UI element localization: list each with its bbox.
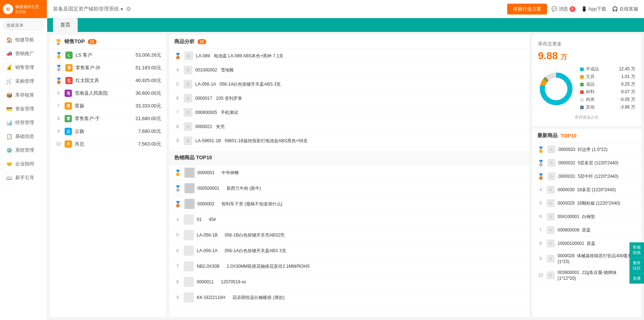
new-goods-row-5: 5 G 0000029 18颗粒板 (1220*2440): [532, 197, 641, 210]
message-badge: 6: [570, 6, 575, 12]
hot-row-3: 🥉 0000002 智利车子里 (规格不知道填什么): [169, 196, 529, 212]
customer-row-4: 6 苍 苍南县人民医院 36,600.00元: [50, 87, 166, 100]
tab-home[interactable]: 首页: [53, 18, 78, 32]
sidebar-item-system[interactable]: ⚙️ 系统管理: [0, 143, 47, 157]
customer-name-5: 星扬: [75, 103, 133, 109]
ng-info-1: 0000033 封边带 (1.0*22): [558, 147, 636, 153]
customer-panel: 🏆 销售TOP 22 🥇 L LS 客户 53,006.26元 🥈 零: [50, 35, 166, 317]
hot-img-8: [184, 277, 194, 287]
goods-panel: 商品分析 22 🥉 G LA-089 电池盖 LA-089 ABS本色+黑种 7…: [169, 35, 529, 317]
legend-item-1: 文具 1.01 万: [580, 74, 635, 80]
hot-name-3: 智利车子里 (规格不知道填什么): [221, 201, 282, 207]
customer-value-6: 21,680.00元: [135, 115, 161, 122]
message-action[interactable]: 💬 消息 6: [551, 6, 575, 12]
ng-img-9: G: [547, 255, 555, 263]
hot-img-1: [184, 168, 195, 178]
hot-medal-1: 🥇: [174, 169, 182, 176]
new-goods-row-6: 6 G 004100001 白钢垫: [532, 210, 641, 223]
inventory-title: 库存总资金: [538, 41, 635, 47]
customer-panel-header: 🏆 销售TOP 22: [50, 35, 166, 49]
hot-row-4: 4 01 45#: [169, 212, 529, 227]
goods-info-1: LA-089 电池盖 LA-089 ABS本色+黑种 7.1克: [196, 53, 524, 59]
ng-img-2: G: [547, 159, 555, 167]
system-dropdown[interactable]: 装备及固定资产辅助管理系统 ▾: [53, 6, 123, 12]
goods-row-7: 9 G LA-59651-1B 59651-1B旋转投影灯电池盒ABS黑色+58…: [169, 134, 529, 148]
search-input[interactable]: [3, 21, 44, 30]
goods-img-4: G: [184, 94, 192, 103]
message-icon: 💬: [551, 6, 557, 12]
app-download-action[interactable]: 📱 App下载: [581, 6, 606, 12]
new-goods-row-8: 8 G 10000100001 原盖: [532, 237, 641, 250]
medal-2-icon: 🥈: [55, 65, 62, 71]
customer-value-2: 51,183.00元: [135, 65, 161, 71]
float-service: 客服热线 服务社区 直播: [629, 242, 644, 284]
sales-icon: 💰: [6, 65, 12, 70]
hot-row-7: 7 NB2.0X30B 2.0X30MM双搓花轴搓花直径2.1MM/ROHS: [169, 259, 529, 274]
float-customer-hotline[interactable]: 客服热线: [629, 242, 644, 258]
sidebar-item-operation[interactable]: 📊 经营管理: [0, 116, 47, 130]
customer-badge-4: 苍: [65, 90, 72, 97]
search-area: [0, 18, 47, 33]
sidebar-item-marketing[interactable]: 📣 营销推广: [0, 47, 47, 61]
hot-goods-header: 热销商品 TOP10: [169, 151, 529, 165]
legend-item-3: 材料 0.07 万: [580, 89, 635, 95]
customer-row-3: 🥉 红 红太阳文具 40,925.00元: [50, 74, 166, 87]
hot-img-3: [184, 199, 195, 209]
goods-img-1: G: [184, 52, 193, 60]
customer-badge-5: 星: [65, 102, 72, 110]
inventory-icon: 📦: [6, 92, 12, 98]
float-service-community[interactable]: 服务社区: [629, 258, 644, 274]
customer-badge-7: 云: [65, 128, 72, 135]
float-live-btn[interactable]: 直播: [629, 274, 644, 284]
sidebar-item-basic-info[interactable]: 📋 基础信息: [0, 130, 47, 143]
finance-icon: 💳: [6, 106, 12, 112]
headset-icon: 🎧: [612, 6, 618, 12]
hot-code-1: 0000001: [197, 170, 215, 175]
inventory-subtitle: 库存资金占比: [538, 115, 635, 120]
legend-dot-0: [580, 67, 584, 71]
ng-info-10: 003800001 22g鱼豆腐-烧烤味 (1*12*20): [558, 270, 636, 281]
ng-info-2: 0000032 5层多层 (1220*2440): [558, 160, 636, 166]
customer-row-5: 7 星 星扬 33,333.00元: [50, 100, 166, 112]
goods-info-3: LA-056-1A 056-1A白色按键开关盖ABS 3克: [195, 81, 524, 87]
goods-info-7: LA-59651-1B 59651-1B旋转投影灯电池盒ABS黑色+58克: [195, 138, 524, 144]
hot-name-6: 056-1A白色按键开关盖ABS 3克: [225, 248, 286, 254]
hot-name-9: 花语萌恒温分娩睡袋 (厚款): [232, 295, 284, 301]
hot-row-5: 5 LA-056-1B 056-1B白色按键开关壳ABS2壳: [169, 227, 529, 243]
sidebar-item-enterprise[interactable]: 🤝 企业协同: [0, 157, 47, 171]
sidebar-item-quick-nav[interactable]: 🏠 快捷导航: [0, 33, 47, 47]
topbar-actions: 💬 消息 6 📱 App下载 🎧 在线客服: [551, 6, 638, 12]
settings-button[interactable]: ⚙: [126, 5, 131, 12]
hot-img-9: [184, 292, 194, 303]
goods-row-1: 🥉 G LA-089 电池盖 LA-089 ABS本色+黑种 7.1克: [169, 49, 529, 63]
customer-row-8: 10 肖 肖总 7,563.00元: [50, 138, 166, 151]
hot-code-3: 0000002: [197, 201, 215, 206]
hot-name-1: 中华神雕: [221, 170, 239, 176]
tab-bar: 首页: [47, 18, 644, 32]
customer-value-7: 7,680.00元: [138, 128, 161, 135]
customer-name-2: 零售客户-许: [76, 65, 133, 71]
new-goods-row-4: 4 G 0000030 18多层 (1220*2440): [532, 183, 641, 197]
online-service-action[interactable]: 🎧 在线客服: [612, 6, 638, 12]
hot-code-6: LA-056-1A: [197, 248, 217, 253]
hot-name-4: 45#: [209, 217, 216, 222]
trial-button[interactable]: 体验行业方案: [507, 4, 547, 15]
sidebar-item-finance[interactable]: 💳 资金管理: [0, 102, 47, 116]
hot-code-9: KK-SD22110H: [197, 295, 225, 300]
new-goods-panel: 最新商品 TOP10 🥇 G 0000033 封边带 (1.0*22): [532, 129, 641, 317]
goods-row-5: 7 G 000800005 手机测试: [169, 106, 529, 120]
customer-badge-3: 红: [65, 77, 73, 84]
sidebar-item-purchase[interactable]: 🛒 采购管理: [0, 74, 47, 88]
customer-name-8: 肖总: [75, 141, 135, 147]
topbar: 装备及固定资产辅助管理系统 ▾ ⚙ 体验行业方案 💬 消息 6 📱 App下载 …: [47, 0, 644, 18]
goods-info-6: 0000021 夹壳: [195, 124, 524, 130]
hot-row-9: 9 KK-SD22110H 花语萌恒温分娩睡袋 (厚款): [169, 290, 529, 305]
sidebar-item-guide[interactable]: 📖 新手引导: [0, 171, 47, 185]
new-goods-row-2: 🥈 G 0000032 5层多层 (1220*2440): [532, 156, 641, 170]
legend-item-5: 其他 -3.86 万: [580, 104, 635, 110]
legend-dot-4: [580, 98, 584, 102]
sidebar-item-sales[interactable]: 💰 销售管理: [0, 61, 47, 74]
hot-medal-2: 🥈: [174, 185, 182, 192]
hot-row-1: 🥇 0000001 中华神雕: [169, 165, 529, 181]
sidebar-item-inventory[interactable]: 📦 库存核算: [0, 88, 47, 102]
